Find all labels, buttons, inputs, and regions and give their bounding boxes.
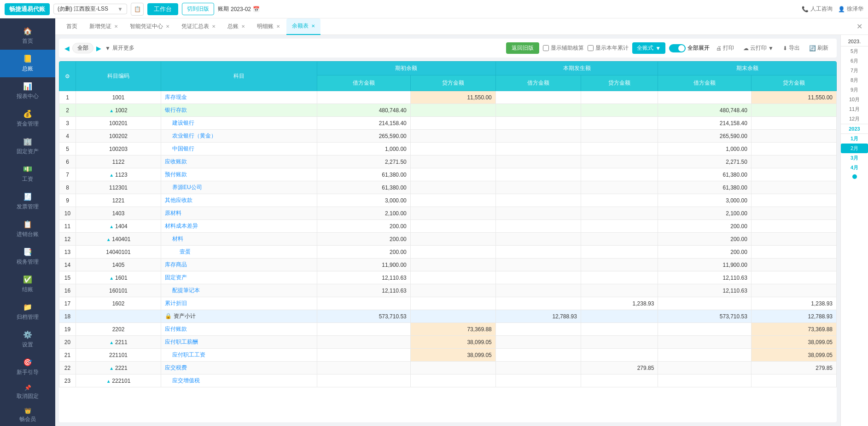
- row-name-link[interactable]: 应交增值税: [172, 377, 200, 384]
- row-name[interactable]: 应收账款: [161, 155, 317, 168]
- show-ytd-checkbox[interactable]: 显示本年累计: [588, 44, 629, 52]
- copy-icon[interactable]: 📋: [131, 3, 144, 16]
- row-name-link[interactable]: 建设银行: [172, 120, 194, 126]
- sidebar-item-invoice[interactable]: 🧾 发票管理: [0, 188, 55, 215]
- filter-back-icon[interactable]: ◀: [64, 45, 70, 52]
- row-name[interactable]: 养源EU公司: [161, 181, 317, 194]
- sidebar-item-home[interactable]: 🏠 首页: [0, 22, 55, 50]
- company-select[interactable]: (勿删) 江西股至-LSS ▼: [53, 4, 127, 14]
- row-name[interactable]: 银行存款: [161, 104, 317, 117]
- tab-new-voucher-close[interactable]: ✕: [114, 24, 118, 29]
- close-all-icon[interactable]: ✕: [856, 22, 862, 31]
- row-name-link[interactable]: 预付账款: [165, 171, 187, 178]
- old-version-button[interactable]: 切到旧版: [182, 3, 214, 15]
- row-name-link[interactable]: 材料: [172, 236, 183, 242]
- tab-smart-voucher[interactable]: 智能凭证中心 ✕: [124, 18, 175, 35]
- rp-month-11[interactable]: 11月: [841, 104, 868, 114]
- rp-month-6[interactable]: 6月: [841, 56, 868, 66]
- sidebar-item-fund[interactable]: 💰 资金管理: [0, 105, 55, 132]
- expand-all-toggle[interactable]: 全部展开: [669, 44, 710, 52]
- row-name-link[interactable]: 应收账款: [165, 158, 187, 165]
- sidebar-item-ledger[interactable]: 📒 总账: [0, 50, 55, 77]
- rp-month-7[interactable]: 7月: [841, 66, 868, 75]
- sidebar-item-settings[interactable]: ⚙️ 设置: [0, 326, 55, 353]
- rp-month-10[interactable]: 10月: [841, 95, 868, 104]
- export-button[interactable]: ⬇ 导出: [780, 43, 803, 53]
- sidebar-item-salary[interactable]: 💵 工资: [0, 160, 55, 188]
- row-name-link[interactable]: 库存现金: [165, 94, 187, 100]
- row-name[interactable]: 中国银行: [161, 143, 317, 155]
- sidebar-item-checkout[interactable]: ✅ 结账: [0, 271, 55, 298]
- show-aux-checkbox[interactable]: 显示辅助核算: [543, 44, 584, 52]
- tab-detail-ledger[interactable]: 明细账 ✕: [251, 18, 285, 35]
- tab-voucher-summary-close[interactable]: ✕: [212, 24, 216, 29]
- full-style-button[interactable]: 全账式 ▼: [632, 42, 665, 54]
- row-name[interactable]: 建设银行: [161, 117, 317, 130]
- sidebar-item-archive[interactable]: 📁 归档管理: [0, 298, 55, 326]
- row-name[interactable]: 壹蛋: [161, 246, 317, 259]
- rp-month-12[interactable]: 12月: [841, 114, 868, 124]
- tab-balance-sheet[interactable]: 余额表 ✕: [286, 18, 320, 35]
- row-name-link[interactable]: 库存商品: [165, 261, 187, 268]
- row-name-link[interactable]: 养源EU公司: [172, 184, 202, 190]
- row-name[interactable]: 应付职工工资: [161, 349, 317, 362]
- rp-month-9[interactable]: 9月: [841, 85, 868, 95]
- row-name[interactable]: 库存商品: [161, 259, 317, 271]
- tab-detail-ledger-close[interactable]: ✕: [276, 24, 280, 29]
- sidebar-item-unpin[interactable]: 📌 取消固定: [0, 381, 55, 404]
- refresh-button[interactable]: 🔄 刷新: [806, 43, 831, 53]
- row-name[interactable]: 固定资产: [161, 271, 317, 284]
- calendar-icon[interactable]: 📅: [253, 6, 260, 12]
- rp-year-2023[interactable]: 2023: [841, 124, 868, 134]
- row-name[interactable]: 农业银行（黄金）: [161, 130, 317, 143]
- tab-smart-voucher-close[interactable]: ✕: [166, 24, 169, 29]
- show-ytd-input[interactable]: [588, 45, 594, 51]
- row-name-link[interactable]: 累计折旧: [165, 300, 187, 306]
- print-button[interactable]: 🖨 打印: [713, 43, 737, 53]
- sidebar-item-report[interactable]: 📊 报表中心: [0, 77, 55, 105]
- row-name-link[interactable]: 银行存款: [165, 107, 187, 113]
- tab-general-ledger-close[interactable]: ✕: [241, 24, 245, 29]
- rp-month-2[interactable]: 2月: [841, 144, 868, 153]
- row-name[interactable]: 材料: [161, 233, 317, 246]
- sidebar-item-member[interactable]: 👑 畅会员: [0, 404, 55, 426]
- tab-voucher-summary[interactable]: 凭证汇总表 ✕: [176, 18, 221, 35]
- sidebar-item-tax[interactable]: 📑 税务管理: [0, 243, 55, 271]
- row-name-link[interactable]: 配提筆记本: [172, 287, 200, 294]
- th-settings[interactable]: ⚙: [59, 62, 76, 91]
- row-name-link[interactable]: 应交税费: [165, 364, 187, 371]
- row-name-link[interactable]: 农业银行（黄金）: [172, 132, 216, 139]
- row-name[interactable]: 预付账款: [161, 168, 317, 181]
- rp-month-4[interactable]: 4月: [841, 163, 868, 173]
- sidebar-item-purchase[interactable]: 📋 进销台账: [0, 215, 55, 243]
- rp-month-5[interactable]: 5月: [841, 46, 868, 56]
- show-aux-input[interactable]: [543, 45, 549, 51]
- row-name[interactable]: 原材料: [161, 207, 317, 220]
- workbench-button[interactable]: 工作台: [147, 3, 178, 15]
- sidebar-item-fixed[interactable]: 🏢 固定资产: [0, 132, 55, 160]
- row-name-link[interactable]: 固定资产: [165, 274, 187, 281]
- rp-month-3[interactable]: 3月: [841, 153, 868, 163]
- cloud-print-button[interactable]: ☁ 云打印 ▼: [740, 43, 776, 53]
- row-name[interactable]: 应交增值税: [161, 374, 317, 387]
- row-name-link[interactable]: 其他应收款: [165, 197, 192, 203]
- row-name-link[interactable]: 原材料: [165, 210, 181, 216]
- row-name[interactable]: 材料成本差异: [161, 220, 317, 233]
- tab-new-voucher[interactable]: 新增凭证 ✕: [84, 18, 123, 35]
- consult-btn[interactable]: 📞 人工咨询: [802, 5, 833, 13]
- toggle-switch[interactable]: [669, 44, 686, 52]
- row-name[interactable]: 其他应收款: [161, 194, 317, 207]
- rp-month-1[interactable]: 1月: [841, 134, 868, 144]
- tab-balance-sheet-close[interactable]: ✕: [311, 23, 315, 29]
- row-name[interactable]: 配提筆记本: [161, 284, 317, 297]
- return-old-button[interactable]: 返回旧版: [506, 42, 539, 54]
- row-name-link[interactable]: 应付职工薪酬: [165, 339, 198, 345]
- rp-month-8[interactable]: 8月: [841, 75, 868, 85]
- row-name[interactable]: 应付职工薪酬: [161, 336, 317, 349]
- row-name[interactable]: 应付账款: [161, 323, 317, 336]
- user-profile[interactable]: 👤 徐泽华: [838, 5, 863, 13]
- row-name-link[interactable]: 应付账款: [165, 326, 187, 332]
- filter-forward-icon[interactable]: ▶: [96, 45, 101, 52]
- tab-general-ledger[interactable]: 总账 ✕: [222, 18, 250, 35]
- row-name-link[interactable]: 应付职工工资: [172, 351, 205, 358]
